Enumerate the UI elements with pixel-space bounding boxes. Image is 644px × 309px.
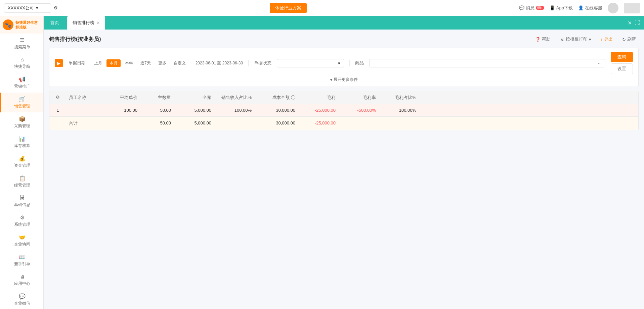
logo-text: 畅捷通好生意标准版 [15,20,38,30]
page-header: 销售排行榜(按业务员) ❓ 帮助 🖨 按模板打印 ▾ ↑ [49,35,639,44]
avatar[interactable] [608,3,618,13]
minimize-icon[interactable]: ✕ [628,20,632,26]
sidebar-item-basic-info[interactable]: 🗄 基础信息 [0,192,43,211]
tfoot-total-label: 合计 [66,117,106,130]
company-name: XXXXXX公司 [8,5,34,11]
sidebar-item-label: 销售管理 [14,103,30,109]
td-cost: 30,000.00 [254,104,298,116]
fullscreen-icon[interactable]: ⛶ [635,20,640,26]
goods-search-input[interactable] [373,61,597,66]
app-download-group[interactable]: 📱 App下载 [550,5,573,11]
date-tab-this-month[interactable]: 本月 [106,59,121,67]
date-tab-last-month[interactable]: 上月 [91,59,105,67]
th-gross: 毛利 [298,91,338,104]
sidebar-item-finance[interactable]: 💰 资金管理 [0,152,43,172]
sidebar-item-label: 快捷导航 [14,64,30,69]
td-avg-price: 100.00 [106,104,140,116]
tab-home[interactable]: 首页 [44,16,66,30]
goods-filter-label: 商品 [355,60,364,66]
date-tab-more[interactable]: 更多 [155,59,169,67]
set-button[interactable]: 设置 [611,63,633,74]
sidebar-item-appstore[interactable]: 🖥 应用中心 [0,270,43,290]
print-button[interactable]: 🖨 按模板打印 ▾ [557,35,594,44]
main-content: 销售排行榜(按业务员) ❓ 帮助 🖨 按模板打印 ▾ ↑ [44,30,644,309]
username-display [624,3,640,13]
filter-expand-arrow[interactable]: ▶ [55,59,63,67]
sidebar-item-enterprise[interactable]: 🤝 企业协同 [0,231,43,251]
table-row[interactable]: 1 100.00 50.00 5,000.00 100.00% 30,000.0… [49,104,638,116]
message-group[interactable]: 💬 消息 99+ [519,5,544,11]
sidebar-item-label: 企业协同 [14,242,30,247]
guide-icon: 📖 [19,254,26,260]
sidebar-item-label: 营销推广 [14,84,30,89]
td-rank: 1 [49,104,66,116]
inventory-icon: 📊 [19,136,26,142]
message-label: 消息 [526,5,534,11]
sidebar-item-guide[interactable]: 📖 新手引导 [0,251,43,270]
tab-close-icon[interactable]: ✕ [96,20,100,25]
expand-label: 展开更多条件 [334,77,358,83]
th-amount: 全额 [174,91,214,104]
td-gross-rate: -500.00% [338,104,379,116]
sidebar-item-label: 资金管理 [14,163,30,168]
date-tab-this-year[interactable]: 本年 [122,59,136,67]
goods-input[interactable]: ··· [369,59,605,67]
filter-expand-row: ▾ 展开更多条件 [55,77,633,83]
filter-divider-1 [248,60,249,66]
appstore-icon: 🖥 [19,274,25,280]
td-gross: -25,000.00 [298,104,338,116]
page-title: 销售排行榜(按业务员) [49,36,101,43]
date-tabs: 上月 本月 本年 近7天 更多 自定义 [91,59,189,67]
sidebar: 🐾 畅捷通好生意标准版 ☰ 搜索菜单 ⌂ 快捷导航 📢 营销推广 🛒 销售管理 … [0,16,44,309]
export-button[interactable]: ↑ 导出 [598,35,616,44]
date-range: 2023-06-01 至 2023-06-30 [196,60,243,66]
expand-more-button[interactable]: ▾ 展开更多条件 [330,77,358,83]
sidebar-item-label: 搜索菜单 [14,44,30,50]
enterprise-icon: 🤝 [19,234,26,241]
tfoot-gross-rate [338,117,379,130]
tfoot-gross: -25,000.00 [298,117,338,130]
sidebar-item-label: 企业微信 [14,301,30,306]
th-cost: 成本全额 ⓘ [254,91,298,104]
sidebar-item-wechat[interactable]: 💬 企业微信 [0,290,43,309]
date-tab-custom[interactable]: 自定义 [171,59,189,67]
tab-sales-ranking[interactable]: 销售排行榜 ✕ [67,16,105,30]
print-dropdown-icon: ▾ [589,37,591,42]
tfoot-gross-ratio [379,117,419,130]
sidebar-item-operations[interactable]: 📋 经营管理 [0,172,43,192]
sidebar-item-sales[interactable]: 🛒 销售管理 [0,93,43,112]
th-gross-ratio: 毛利占比% [379,91,419,104]
query-button[interactable]: 查询 [611,52,633,62]
sidebar-item-marketing[interactable]: 📢 营销推广 [0,73,43,93]
td-name [66,104,106,116]
sidebar-item-label: 新手引导 [14,261,30,267]
print-icon: 🖨 [560,37,564,42]
query-actions: 查询 设置 [611,52,633,74]
sidebar-item-quick-nav[interactable]: ⌂ 快捷导航 [0,53,43,73]
message-badge: 99+ [536,6,544,10]
wechat-icon: 💬 [19,293,26,300]
sidebar-item-search[interactable]: ☰ 搜索菜单 [0,34,43,53]
sidebar-item-inventory[interactable]: 📊 库存核算 [0,132,43,152]
filter-row-main: ▶ 单据日期 上月 本月 本年 近7天 更多 自定义 2023-06-01 至 … [55,52,633,74]
sidebar-item-label: 经营管理 [14,183,30,188]
online-service-group[interactable]: 👤 在线客服 [578,5,602,11]
status-filter-label: 单据状态 [254,60,271,66]
td-gross-ratio: 100.00% [379,104,419,116]
status-select[interactable]: ▾ [277,59,344,67]
date-filter-label: 单据日期 [68,60,86,66]
top-bar: XXXXXX公司 ▾ ⚙ 体验行业方案 💬 消息 99+ 📱 App下载 👤 在… [0,0,644,16]
help-button[interactable]: ❓ 帮助 [532,35,553,44]
company-selector[interactable]: XXXXXX公司 ▾ [4,3,51,13]
purchase-icon: 📦 [19,116,26,122]
date-tab-7days[interactable]: 近7天 [137,59,154,67]
trial-button[interactable]: 体验行业方案 [270,3,307,13]
th-sales-ratio: 销售收入占比% [214,91,254,104]
sidebar-item-purchase[interactable]: 📦 采购管理 [0,112,43,132]
goods-more-icon: ··· [598,61,602,66]
sidebar-item-label: 系统管理 [14,222,30,227]
settings-icon[interactable]: ⚙ [54,5,58,10]
content-area: 首页 销售排行榜 ✕ ✕ ⛶ 销售排行榜(按业务员) ❓ [44,16,644,309]
refresh-button[interactable]: ↻ 刷新 [619,35,639,44]
sidebar-item-system[interactable]: ⚙ 系统管理 [0,211,43,231]
